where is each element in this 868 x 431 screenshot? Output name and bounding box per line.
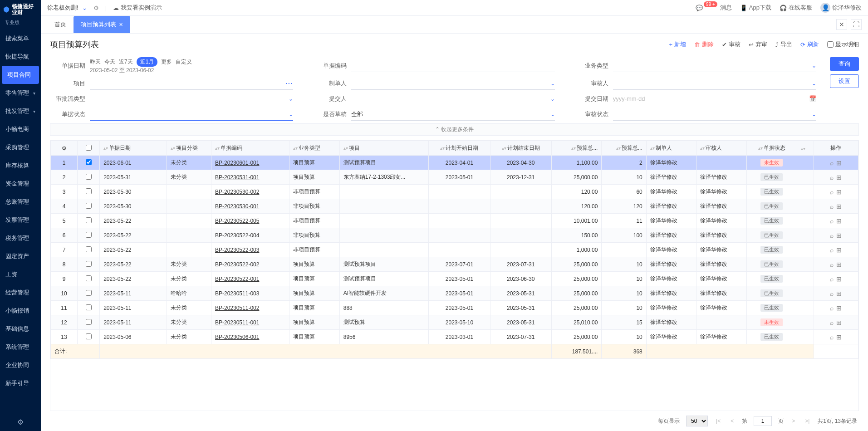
- th-checkbox[interactable]: [78, 141, 100, 156]
- code-input[interactable]: [351, 59, 554, 72]
- code-link[interactable]: BP-20230530-002: [215, 189, 259, 195]
- th-auditor[interactable]: ▴▾审核人: [696, 141, 747, 156]
- row-checkbox[interactable]: [86, 174, 92, 180]
- table-row[interactable]: 112023-05-11未分类BP-20230511-002项目预算888202…: [51, 301, 858, 315]
- page-last-button[interactable]: >|: [803, 418, 811, 424]
- collapse-filters-button[interactable]: ⌃ 收起更多条件: [50, 123, 859, 136]
- per-page-select[interactable]: 50: [686, 416, 708, 426]
- table-row[interactable]: 12023-06-01未分类BP-20230601-001项目预算测试预算项目2…: [51, 156, 858, 170]
- flow-select[interactable]: ⌄: [90, 93, 293, 105]
- search-button[interactable]: 查询: [830, 57, 859, 71]
- more-icon[interactable]: ⊞: [836, 290, 842, 297]
- btype-select[interactable]: ⌄: [613, 59, 816, 72]
- draft-select[interactable]: 全部⌄: [351, 108, 554, 121]
- sidebar-item-9[interactable]: 总账管理: [0, 193, 41, 211]
- table-row[interactable]: 72023-05-22BP-20230522-003非项目预算1,000.00徐…: [51, 243, 858, 257]
- table-row[interactable]: 82023-05-22未分类BP-20230522-002项目预算测试预算项目2…: [51, 257, 858, 272]
- table-row[interactable]: 42023-05-30BP-20230530-001非项目预算120.00120…: [51, 199, 858, 214]
- sidebar-item-6[interactable]: 采购管理: [0, 138, 41, 157]
- online-service-button[interactable]: 🎧 在线客服: [780, 4, 812, 12]
- audit-status-select[interactable]: ⌄: [613, 108, 816, 121]
- more-icon[interactable]: ⊞: [836, 232, 842, 239]
- th-btype[interactable]: ▴▾业务类型: [289, 141, 340, 156]
- org-selector[interactable]: 徐老板勿删! ⌄: [47, 4, 87, 12]
- sidebar-item-2[interactable]: 项目合同: [2, 66, 39, 84]
- page-next-button[interactable]: >: [790, 418, 797, 424]
- table-row[interactable]: 52023-05-22BP-20230522-005非项目预算10,001.00…: [51, 214, 858, 228]
- sidebar-item-10[interactable]: 发票管理: [0, 211, 41, 229]
- th-amount1[interactable]: ▴▾预算总...: [551, 141, 602, 156]
- more-icon[interactable]: ⊞: [836, 333, 842, 341]
- tab-budget-list[interactable]: 项目预算列表 ✕: [74, 16, 130, 33]
- more-icon[interactable]: ⊞: [836, 174, 842, 181]
- add-button[interactable]: +新增: [669, 40, 686, 49]
- quick-month[interactable]: 近1月: [137, 57, 158, 67]
- code-link[interactable]: BP-20230522-001: [215, 276, 259, 282]
- view-icon[interactable]: ⌕: [830, 159, 834, 167]
- more-icon[interactable]: ⊞: [836, 188, 842, 196]
- row-checkbox[interactable]: [86, 304, 92, 310]
- table-row[interactable]: 32023-05-30BP-20230530-002非项目预算120.0060徐…: [51, 185, 858, 199]
- sidebar-item-14[interactable]: 经营管理: [0, 284, 41, 302]
- view-icon[interactable]: ⌕: [830, 319, 834, 326]
- view-icon[interactable]: ⌕: [830, 203, 834, 210]
- th-status[interactable]: ▴▾单据状态: [747, 141, 797, 156]
- more-icon[interactable]: ⊞: [836, 275, 842, 283]
- sidebar-item-17[interactable]: 系统管理: [0, 338, 41, 356]
- messages-button[interactable]: 💬 99 + 消息: [696, 4, 732, 12]
- row-checkbox[interactable]: [86, 246, 92, 252]
- settings-gear-icon[interactable]: ⚙: [0, 413, 41, 431]
- table-row[interactable]: 92023-05-22未分类BP-20230522-001项目预算测试预算项目2…: [51, 272, 858, 286]
- more-icon[interactable]: ⊞: [836, 261, 842, 268]
- th-code[interactable]: ▴▾单据编码: [211, 141, 289, 156]
- page-input[interactable]: [754, 416, 772, 426]
- code-link[interactable]: BP-20230522-003: [215, 247, 259, 253]
- settings-button[interactable]: 设置: [830, 74, 859, 88]
- row-checkbox[interactable]: [86, 333, 92, 339]
- row-checkbox[interactable]: [86, 217, 92, 223]
- sidebar-item-8[interactable]: 资金管理: [0, 175, 41, 193]
- view-icon[interactable]: ⌕: [830, 217, 834, 225]
- table-row[interactable]: 22023-05-31未分类BP-20230531-001项目预算东方塞纳17-…: [51, 170, 858, 185]
- abandon-button[interactable]: ↩弃审: [749, 40, 767, 49]
- th-category[interactable]: ▴▾项目分类: [167, 141, 211, 156]
- status-select[interactable]: ⌄: [90, 108, 293, 121]
- page-prev-button[interactable]: <: [729, 418, 736, 424]
- delete-button[interactable]: 🗑删除: [694, 40, 714, 49]
- sidebar-item-11[interactable]: 税务管理: [0, 229, 41, 247]
- sidebar-item-18[interactable]: 企业协同: [0, 356, 41, 374]
- sidebar-item-15[interactable]: 小畅报销: [0, 302, 41, 320]
- code-link[interactable]: BP-20230601-001: [215, 160, 259, 166]
- project-input[interactable]: ···: [90, 77, 293, 90]
- th-settings[interactable]: ⚙: [51, 141, 78, 156]
- row-checkbox[interactable]: [86, 203, 92, 209]
- th-flag[interactable]: ▴▾: [797, 141, 814, 156]
- view-icon[interactable]: ⌕: [830, 246, 834, 254]
- code-link[interactable]: BP-20230506-001: [215, 334, 259, 340]
- sidebar-item-7[interactable]: 库存核算: [0, 157, 41, 175]
- view-icon[interactable]: ⌕: [830, 333, 834, 341]
- sidebar-item-19[interactable]: 新手引导: [0, 374, 41, 392]
- tab-home[interactable]: 首页: [47, 16, 74, 33]
- code-link[interactable]: BP-20230531-001: [215, 174, 259, 181]
- row-checkbox[interactable]: [86, 275, 92, 281]
- code-link[interactable]: BP-20230511-002: [215, 305, 259, 311]
- th-date[interactable]: ▴▾单据日期: [100, 141, 167, 156]
- sidebar-item-5[interactable]: 小畅电商: [0, 120, 41, 138]
- sidebar-item-4[interactable]: 批发管理▾: [0, 102, 41, 120]
- table-row[interactable]: 122023-05-11未分类BP-20230511-001项目预算测试预算20…: [51, 315, 858, 330]
- code-link[interactable]: BP-20230522-005: [215, 218, 259, 224]
- more-icon[interactable]: ⊞: [836, 217, 842, 225]
- code-link[interactable]: BP-20230522-004: [215, 232, 259, 239]
- code-link[interactable]: BP-20230522-002: [215, 261, 259, 268]
- quick-today[interactable]: 今天: [104, 58, 115, 66]
- th-amount2[interactable]: ▴▾预算总...: [602, 141, 646, 156]
- quick-custom[interactable]: 自定义: [176, 58, 192, 66]
- row-checkbox[interactable]: [86, 188, 92, 194]
- export-button[interactable]: ⤴导出: [775, 40, 792, 49]
- user-menu[interactable]: 👤 徐泽华修改: [820, 3, 862, 13]
- gear-icon[interactable]: ⚙: [93, 5, 99, 11]
- row-checkbox[interactable]: [86, 290, 92, 296]
- view-icon[interactable]: ⌕: [830, 304, 834, 312]
- view-icon[interactable]: ⌕: [830, 275, 834, 283]
